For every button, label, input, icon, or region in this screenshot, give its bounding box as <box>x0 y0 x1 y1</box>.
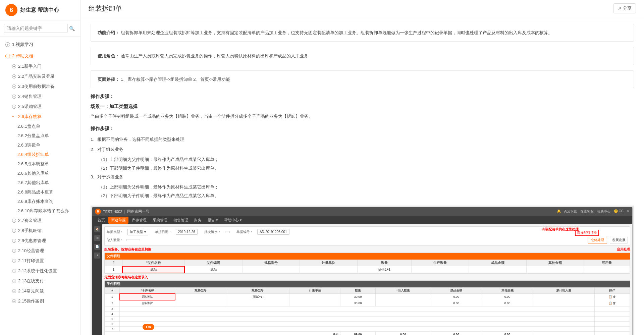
step-3: 3、对于拆装业务 <box>91 173 634 181</box>
op2-del-icon[interactable]: 🗑 <box>613 301 616 305</box>
btd-op1[interactable]: 📋 🗑 <box>595 294 630 300</box>
sidebar-leaf-267[interactable]: 2.6.7其他出库单 <box>0 178 80 187</box>
path-label: 页面路径： <box>98 77 119 82</box>
sidebar-item-sales[interactable]: + 2.4销售管理 <box>0 92 80 102</box>
td-qty: 拾伍1+1 <box>357 266 411 273</box>
sidebar-leaf-269[interactable]: 2.6.9库存账本查询 <box>0 197 80 206</box>
sidebar-leaf-268[interactable]: 2.6.8商品成本重算 <box>0 187 80 197</box>
bth-spec2: 规格型号 <box>226 287 289 294</box>
th-seq: # <box>105 260 123 266</box>
plus-icon: + <box>5 42 10 47</box>
th-prod-qty: 生产数量 <box>411 260 469 266</box>
btd-other2: 0.00 <box>482 300 533 306</box>
share-button[interactable]: ↗ 分享 <box>613 3 636 13</box>
nav-finance[interactable]: 财务 <box>192 217 204 224</box>
search-input[interactable] <box>4 24 68 33</box>
op2-copy-icon[interactable]: 📋 <box>608 301 612 305</box>
sidebar-leaf-263[interactable]: 2.6.3调拨单 <box>0 141 80 150</box>
nav-home[interactable]: 首页 <box>95 217 108 224</box>
btd-seq4: 4 <box>105 311 120 316</box>
scenario1-title: 场景一：加工类型选择 <box>91 104 634 110</box>
topbar-close[interactable]: ✕ <box>627 209 630 214</box>
app-topbar: 6 TEST-H002 | 同创密网一号 🔔 App下载 在线客服 帮助中心 😊… <box>92 207 632 216</box>
btd-qty1: 30.00 <box>340 294 376 300</box>
sub-plus-icon: + <box>12 299 16 303</box>
sidebar-item-faq[interactable]: + 2.14常见问题 <box>0 286 80 296</box>
nav-purchase[interactable]: 采购管理 <box>150 217 170 224</box>
sidebar-leaf-264[interactable]: 2.6.4组装拆卸单 <box>0 150 80 159</box>
form-docno-input[interactable]: AD-20191226-001 <box>257 229 289 235</box>
nav-helpcenter[interactable]: 帮助中心 ▾ <box>221 217 245 224</box>
logo-area: 6 好生意 帮助中心 <box>0 0 80 20</box>
btd-seq6: 6 <box>105 321 120 326</box>
annotation-top: 有装配清单的在这里处理 <box>542 227 579 232</box>
op-copy-icon[interactable]: 📋 <box>608 295 612 298</box>
sidebar-item-help-docs[interactable]: − 2.帮助文档 <box>0 51 80 61</box>
bottom-table-section-label: 子件明细 <box>105 281 630 287</box>
sidebar-item-cases[interactable]: + 2.15操作案例 <box>0 296 80 306</box>
td-unit <box>300 266 358 273</box>
sidebar-item-payment[interactable]: + 2.13在线支付 <box>0 276 80 286</box>
icon-star: ★ <box>94 253 100 259</box>
path-text: 1、库存核算->库存管理->组装拆卸单 2、首页->常用功能 <box>121 77 230 82</box>
sidebar-item-data-prep[interactable]: + 2.3使用前数据准备 <box>0 81 80 92</box>
sidebar-item-coupon[interactable]: + 2.9优惠券管理 <box>0 236 80 246</box>
sub-plus-icon: + <box>12 289 16 293</box>
sidebar-leaf-261[interactable]: 2.6.1盘点单 <box>0 122 80 131</box>
sidebar-item-mgmt[interactable]: + 2.10经营管理 <box>0 246 80 256</box>
app-logo-small: 6 <box>95 209 101 215</box>
form-num-input[interactable] <box>126 239 140 241</box>
sidebar-leaf-262[interactable]: 2.6.2分量盘点单 <box>0 131 80 141</box>
sidebar-item-inventory[interactable]: − 2.6库存核算 <box>0 112 80 122</box>
sidebar-item-finance[interactable]: + 2.7资金管理 <box>0 216 80 226</box>
annotation-process: 启用处理 <box>617 247 630 252</box>
bfoot-other: 0.00 <box>482 331 533 335</box>
nav-report[interactable]: 报告 ▾ <box>205 217 221 224</box>
form-date-input[interactable]: 2019-12-26 <box>176 229 198 235</box>
sidebar-item-print[interactable]: + 2.11打印设置 <box>0 256 80 266</box>
sidebar-item-video-learning[interactable]: + 1.视频学习 <box>0 39 80 50</box>
app-logo: 6 <box>5 4 17 16</box>
app-company: TEST-H002 <box>103 210 122 214</box>
nav-inventory[interactable]: 库存管理 <box>129 217 149 224</box>
bth-io-qty: *出入数量 <box>375 287 431 294</box>
step-1: 1、根据不同的业务，选择不同单据的类型来处理 <box>91 135 634 144</box>
sidebar-leaf-266[interactable]: 2.6.6其他入库单 <box>0 169 80 178</box>
form-batch-input[interactable] <box>225 231 230 233</box>
form-warehouse-btn[interactable]: 仓储处理 <box>588 237 607 243</box>
td-parent-name: 成品 <box>122 266 184 273</box>
btd-op2[interactable]: 📋 🗑 <box>595 300 630 306</box>
sidebar-leaf-265[interactable]: 2.6.5成本调整单 <box>0 159 80 169</box>
btd-op3 <box>595 306 630 311</box>
app-main: 有装配清单的在这里处理 选择配料清单 单据类型： 加工类型 ▾ 单据日期： 20… <box>102 224 632 335</box>
annotation-row: 组装业务、拆卸业务在这里切换 启用处理 <box>104 247 630 252</box>
sidebar-item-install[interactable]: + 2.2产品安装及登录 <box>0 71 80 81</box>
sidebar-item-newbie[interactable]: + 2.1新手入门 <box>0 61 80 71</box>
app-body: 🏠 ☰ 📄 ★ 有装配清单的在这里处理 选择配料清单 单据类型： <box>92 224 632 335</box>
search-button[interactable]: 🔍 <box>68 24 76 33</box>
nav-new-doc[interactable]: 新建单据 <box>108 217 128 224</box>
sidebar-item-customize[interactable]: + 2.12系统个性化设置 <box>0 266 80 276</box>
screenshot-wrapper: 6 TEST-H002 | 同创密网一号 🔔 App下载 在线客服 帮助中心 😊… <box>91 206 634 335</box>
main-content: 组装拆卸单 ↗ 分享 功能介绍： 组装拆卸单用来处理企业组装或拆卸等加工业务，支… <box>80 0 644 335</box>
sidebar-item-mobile[interactable]: + 2.8手机旺铺 <box>0 226 80 236</box>
bth-qty: 数量 <box>340 287 376 294</box>
bth-seq: # <box>105 287 120 294</box>
sidebar-item-purchase[interactable]: + 2.5采购管理 <box>0 102 80 112</box>
op-del-icon[interactable]: 🗑 <box>613 295 616 298</box>
form-type-select[interactable]: 加工类型 ▾ <box>127 229 148 235</box>
nav-sales[interactable]: 销售管理 <box>171 217 191 224</box>
btd-seq5: 5 <box>105 316 120 321</box>
btd-cumul1 <box>533 294 595 300</box>
sidebar-leaf-2610[interactable]: 2.6.10库存账本错了怎么办 <box>0 206 80 216</box>
form-save-btn[interactable]: 发展发展 <box>610 237 628 243</box>
topbar-bell: 🔔 <box>557 209 561 214</box>
top-table-section-label: 父件明细 <box>105 253 630 260</box>
btd-empty5 <box>120 316 595 321</box>
td-seq: 1 <box>105 266 123 273</box>
share-icon: ↗ <box>618 6 622 11</box>
topbar-user: 😊 CC <box>614 209 624 214</box>
top-table-wrapper: 父件明细 # *父件名称 父件编码 规格型号 计量单位 数 <box>104 253 630 274</box>
btd-op4 <box>595 311 630 316</box>
btd-unit2 <box>289 300 340 306</box>
